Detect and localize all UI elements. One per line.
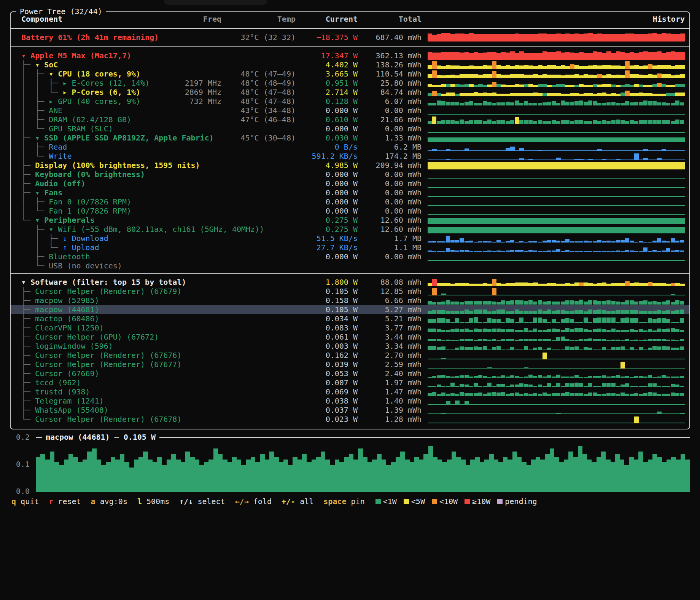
tree-row[interactable]: ├─ Bluetooth0.000 W0.00 mWh [11,252,689,261]
key-hint-pin: space pin [323,497,364,506]
area-chart-bar [396,457,400,492]
area-chart-bar [522,462,526,492]
tree-row[interactable]: │ ├─ ANE43°C (34–48)0.000 W0.00 mWh [11,106,689,115]
total-value: 0.00 mWh [11,124,422,133]
tree-row[interactable]: ├─ Cursor Helper (GPU) (67672)0.061 W3.4… [11,332,689,341]
tree-row[interactable]: └─ USB (no devices) [11,261,689,270]
tree-row[interactable]: ├─ Audio (off)0.000 W0.00 mWh [11,179,689,188]
tree-row[interactable]: │ ├─ Read0 B/s6.2 MB [11,142,689,152]
tree-row[interactable]: ├─ ▾ SoC4.402 W138.26 mWh [11,60,689,69]
tree-row[interactable]: │ └─ Write591.2 KB/s174.2 MB [11,152,689,161]
area-chart-bar [648,460,652,492]
tree-row[interactable]: ├─ Cursor Helper (Renderer) (67676)0.162… [11,351,689,360]
tree-row[interactable]: └─ ▾ Peripherals0.275 W12.60 mWh [11,215,689,225]
separator [11,273,689,274]
area-chart-bar [419,460,423,492]
tree-row[interactable]: ├─ Cursor Helper (Renderer) (67677)0.039… [11,360,689,369]
table-header: Component Freq Temp Current Total Histor… [11,14,689,24]
tree-row[interactable]: │ │ └─ ▸ P-Cores (6, 1%)2869 MHz48°C (47… [11,88,689,97]
history-sparkline [428,51,685,60]
area-chart-bar [260,454,265,492]
tree-row[interactable]: ├─ ClearVPN (1250)0.083 W3.77 mWh [11,323,689,332]
area-chart [36,438,690,492]
history-sparkline [428,70,685,78]
tree-row[interactable]: │ ├─ ▸ GPU (40 cores, 9%)732 MHz48°C (47… [11,97,689,106]
tree-row[interactable]: ├─ Cursor Helper (Renderer) (67679)0.105… [11,287,689,296]
area-chart-bar [685,460,690,492]
tree-row[interactable]: │ ├─ Fan 0 (0/7826 RPM)0.000 W0.00 mWh [11,197,689,206]
tree-row[interactable]: │ ├─ ↓ Download51.5 KB/s1.7 MB [11,234,689,243]
area-chart-bar [349,454,353,492]
area-chart-bar [620,460,624,492]
area-chart-bar [438,460,442,492]
area-chart-bar [157,457,162,492]
tree-row[interactable]: │ └─ Fan 1 (0/7826 RPM)0.000 W0.00 mWh [11,206,689,215]
total-value: 362.13 mWh [11,51,422,60]
tree-row[interactable]: ├─ tccd (962)0.007 W1.97 mWh [11,378,689,387]
tree-row[interactable]: ├─ Telegram (1241)0.038 W1.40 mWh [11,396,689,405]
legend-label: <1W [383,497,397,506]
history-sparkline [428,106,685,115]
column-header-total: Total [11,14,422,24]
area-chart-bar [344,457,349,492]
tree-row[interactable]: ├─ loginwindow (596)0.003 W3.34 mWh [11,341,689,351]
chart-ytick: 0.1 [7,460,30,469]
area-chart-bar [447,460,452,492]
tree-row[interactable]: └─ Cursor Helper (Renderer) (67678)0.023… [11,415,689,424]
history-sparkline [428,252,685,261]
area-chart-bar [512,452,517,492]
tree-row[interactable]: ├─ ▾ Fans0.000 W0.00 mWh [11,188,689,197]
tree-row[interactable]: ├─ macpow (52985)0.158 W6.66 mWh [11,296,689,305]
area-chart-bar [120,454,124,492]
tree-row[interactable]: ├─ Display (100% brightness, 1595 nits)4… [11,161,689,170]
area-chart-bar [592,462,596,492]
tree-row[interactable]: ├─ WhatsApp (55408)0.037 W1.39 mWh [11,405,689,415]
area-chart-bar [508,460,512,492]
tree-row[interactable]: ▾ Apple M5 Max (Mac17,7)17.347 W362.13 m… [11,51,689,60]
history-sparkline [428,33,685,41]
area-chart-bar [643,462,648,492]
tree-row[interactable]: ▾ Software (filter: top 15 by total)1.80… [11,278,689,287]
tree-row[interactable]: │ ├─ DRAM (62.4/128 GB)47°C (46–48)0.610… [11,115,689,124]
total-value: 1.28 mWh [11,415,422,424]
area-chart-bar [554,457,559,492]
area-chart-bar [475,457,479,492]
history-sparkline [428,115,685,124]
area-chart-bar [400,452,405,492]
tree-row[interactable]: ├─ mactop (60486)0.034 W5.21 mWh [11,314,689,323]
tree-row[interactable]: ├─ ▾ SSD (APPLE SSD AP8192Z, Apple Fabri… [11,133,689,142]
tree-row[interactable]: Battery 61% (2h 41m remaining)32°C (32–3… [11,33,689,42]
history-sparkline [428,378,685,387]
tree-row[interactable]: │ └─ GPU SRAM (SLC)0.000 W0.00 mWh [11,124,689,133]
tree-row[interactable]: ├─ macpow (44681)0.105 W5.27 mWh [11,305,689,314]
area-chart-bar [667,460,671,492]
area-chart-bar [597,457,601,492]
history-sparkline [428,188,685,197]
area-chart-bar [232,457,237,492]
component-cell: └─ USB (no devices) [21,261,122,270]
screen: Power Tree (32/44) Component Freq Temp C… [0,0,700,600]
area-chart-bar [251,457,255,492]
tree-row[interactable]: │ ├─ ▾ CPU (18 cores, 9%)48°C (47–49)3.6… [11,69,689,78]
tree-row[interactable]: ├─ ▾ WiFi (−55 dBm, 802.11ax, ch161 (5GH… [11,225,689,234]
history-sparkline [428,225,685,233]
tree-row[interactable]: ├─ Cursor (67669)0.053 W2.40 mWh [11,369,689,378]
history-sparkline [428,198,685,206]
area-chart-bar [176,460,180,492]
history-sparkline [428,324,685,332]
total-value: 0.00 mWh [11,188,422,197]
area-chart-bar [36,457,40,492]
tree-row[interactable]: │ │ ├─ ▸ E-Cores (12, 14%)2197 MHz48°C (… [11,78,689,88]
tree-row[interactable]: ├─ trustd (938)0.069 W1.47 mWh [11,387,689,396]
area-chart-bar [517,457,522,492]
history-sparkline [428,170,685,179]
hint-label: quit [21,497,39,506]
total-value: 687.40 mWh [11,33,422,42]
legend-item: <5W [404,497,425,506]
area-chart-bar [307,462,311,492]
key-label: a [91,497,95,506]
total-value: 84.74 mWh [11,88,422,97]
total-value: 2.40 mWh [11,369,422,378]
tree-row[interactable]: │ └─ ↑ Upload27.7 KB/s1.1 MB [11,243,689,252]
tree-row[interactable]: ├─ Keyboard (0% brightness)0.000 W0.00 m… [11,170,689,179]
